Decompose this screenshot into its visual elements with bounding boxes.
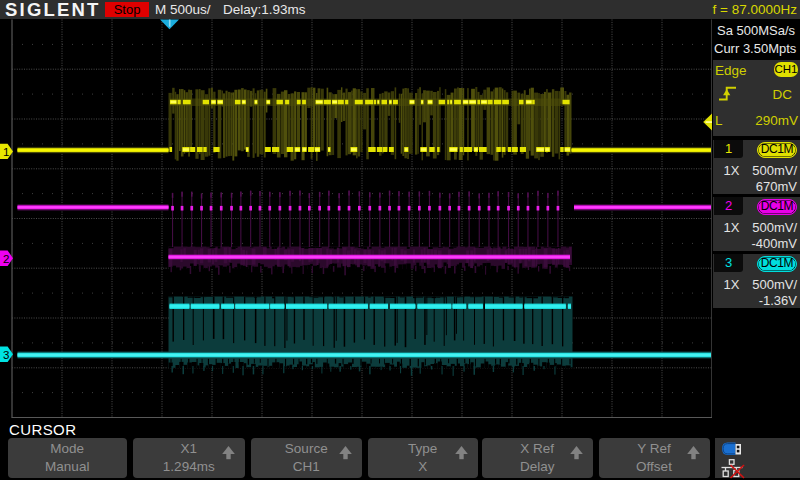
svg-text:3: 3: [3, 348, 9, 361]
svg-text:2: 2: [3, 252, 9, 265]
svg-text:1: 1: [3, 145, 9, 158]
